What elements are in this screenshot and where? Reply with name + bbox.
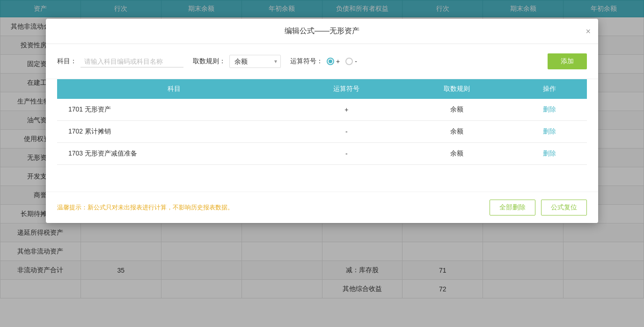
rule-select-wrap: 余额 借方 贷方 借方发生额 贷方发生额 ▾: [229, 55, 281, 68]
modal-overlay: 编辑公式——无形资产 × 科目： 取数规则： 余额 借方 贷方 借方发生额 贷方…: [0, 0, 644, 327]
row3-rule: 余额: [402, 143, 512, 165]
rule-group: 取数规则： 余额 借方 贷方 借方发生额 贷方发生额 ▾: [193, 55, 281, 68]
subject-group: 科目：: [57, 56, 183, 67]
row2-delete-button[interactable]: 删除: [543, 127, 556, 136]
formula-table: 科目 运算符号 取数规则 操作 1701 无形资产 + 余额 删除: [57, 79, 587, 165]
modal-title: 编辑公式——无形资产: [285, 26, 359, 36]
footer-buttons: 全部删除 公式复位: [490, 200, 587, 216]
row3-delete-button[interactable]: 删除: [543, 149, 556, 158]
row2-rule: 余额: [402, 121, 512, 143]
operator-radio-group: + -: [327, 58, 357, 65]
subject-label: 科目：: [57, 57, 77, 66]
row3-operator: -: [292, 143, 402, 165]
row1-operator: +: [292, 99, 402, 121]
radio-minus-circle: [345, 58, 353, 65]
operator-plus-radio[interactable]: +: [327, 58, 340, 65]
reset-formula-button[interactable]: 公式复位: [541, 200, 587, 216]
col-subject-header: 科目: [57, 79, 292, 99]
minus-label: -: [355, 58, 357, 65]
formula-row-1: 1701 无形资产 + 余额 删除: [57, 99, 587, 121]
row2-operator: -: [292, 121, 402, 143]
hint-text: 温馨提示：新公式只对未出报表进行计算，不影响历史报表数据。: [57, 203, 234, 212]
operator-minus-radio[interactable]: -: [345, 58, 357, 65]
modal-close-button[interactable]: ×: [585, 27, 591, 36]
row1-delete-button[interactable]: 删除: [543, 105, 556, 114]
modal-footer: 温馨提示：新公式只对未出报表进行计算，不影响历史报表数据。 全部删除 公式复位: [46, 192, 598, 223]
plus-label: +: [336, 58, 340, 65]
add-button[interactable]: 添加: [548, 53, 587, 69]
modal-form: 科目： 取数规则： 余额 借方 贷方 借方发生额 贷方发生额 ▾ 运算: [46, 44, 598, 79]
row1-subject: 1701 无形资产: [57, 99, 292, 121]
modal-dialog: 编辑公式——无形资产 × 科目： 取数规则： 余额 借方 贷方 借方发生额 贷方…: [46, 19, 598, 223]
formula-row-3: 1703 无形资产减值准备 - 余额 删除: [57, 143, 587, 165]
col-rule-header: 取数规则: [402, 79, 512, 99]
rule-select[interactable]: 余额 借方 贷方 借方发生额 贷方发生额: [229, 55, 281, 68]
delete-all-button[interactable]: 全部删除: [490, 200, 535, 216]
radio-plus-circle: [327, 58, 334, 65]
operator-label: 运算符号：: [290, 57, 323, 66]
modal-header: 编辑公式——无形资产 ×: [46, 19, 598, 44]
row1-rule: 余额: [402, 99, 512, 121]
rule-label: 取数规则：: [193, 57, 226, 66]
col-operator-header: 运算符号: [292, 79, 402, 99]
operator-group: 运算符号： + -: [290, 57, 357, 66]
modal-table-container: 科目 运算符号 取数规则 操作 1701 无形资产 + 余额 删除: [46, 79, 598, 192]
subject-input[interactable]: [80, 56, 183, 67]
formula-row-2: 1702 累计摊销 - 余额 删除: [57, 121, 587, 143]
row2-subject: 1702 累计摊销: [57, 121, 292, 143]
col-action-header: 操作: [512, 79, 587, 99]
row3-subject: 1703 无形资产减值准备: [57, 143, 292, 165]
